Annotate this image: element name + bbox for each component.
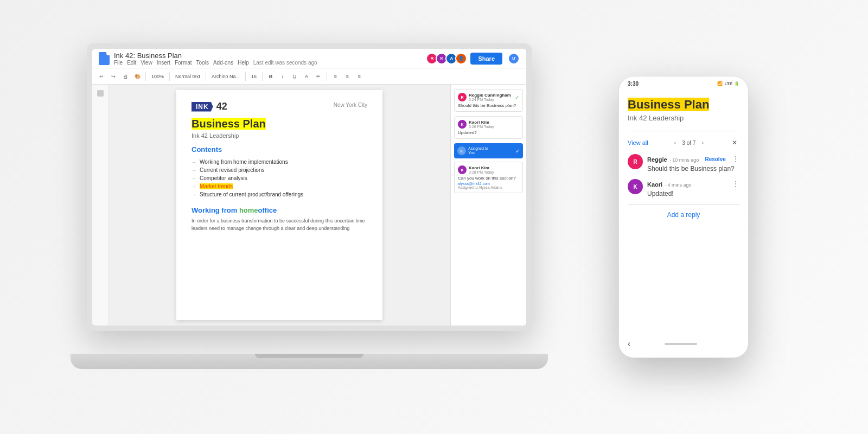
phone-comment-2-header: Kaori · 4 mins ago ⋮ — [647, 179, 739, 189]
menu-addons[interactable]: Add-ons — [213, 60, 233, 66]
comment-2-author-info: Kaori Kim 3:26 PM Today — [469, 120, 494, 129]
docs-toolbar: ↩ ↪ 🖨 🎨 100% Normal text Archino Na... 1… — [92, 68, 526, 85]
phone-comment-2-text: Updated! — [647, 190, 739, 197]
text-color-button[interactable]: A — [302, 72, 311, 81]
comment-1-header: R Reggie Cunningham 3:24 PM Today ✓ — [458, 93, 519, 101]
docs-title-area: Ink 42: Business Plan File Edit View Ins… — [114, 52, 424, 66]
docs-body: INK 42 New York City Business Plan Ink 4… — [92, 85, 526, 326]
phone-doc-title: Business Plan — [628, 98, 739, 112]
comment-3-assigned: Assigned to Alyssa Adams — [458, 186, 519, 189]
docs-logo-icon — [99, 52, 110, 65]
task-card: K Assigned to You ✓ — [454, 143, 523, 158]
list-item-4: Market trends — [192, 182, 367, 190]
laptop-screen-frame: Ink 42: Business Plan File Edit View Ins… — [87, 43, 532, 331]
task-assignee: You — [468, 150, 488, 155]
list-item-1: Working from home implementations — [192, 158, 367, 166]
menu-view[interactable]: View — [141, 60, 152, 66]
phone-reply-area[interactable]: Add a reply — [628, 204, 739, 225]
menu-help[interactable]: Help — [238, 60, 249, 66]
laptop-base — [71, 354, 548, 369]
phone-comment-2-author-time: Kaori · 4 mins ago — [647, 179, 692, 189]
phone-comment-1-body: Reggie · 10 mins ago Resolve ⋮ Should th… — [647, 154, 739, 173]
menu-file[interactable]: File — [114, 60, 123, 66]
view-all-link[interactable]: View all — [628, 139, 648, 146]
toolbar-sep-5 — [262, 72, 263, 81]
toolbar-sep-2 — [169, 72, 170, 81]
thread-counter: 3 of 7 — [682, 140, 695, 146]
font-select[interactable]: Archino Na... — [209, 74, 242, 79]
menu-insert[interactable]: Insert — [157, 60, 170, 66]
comment-1-check-icon: ✓ — [515, 94, 519, 100]
menu-format[interactable]: Format — [175, 60, 192, 66]
phone-comment-1-text: Should this be Business plan? — [647, 165, 739, 173]
style-select[interactable]: Normal text — [173, 74, 202, 79]
underline-button[interactable]: U — [290, 72, 299, 81]
task-assigned-label: Assigned to — [468, 146, 488, 150]
paint-button[interactable]: 🎨 — [132, 72, 142, 81]
phone-comment-2-more-icon[interactable]: ⋮ — [732, 180, 739, 188]
add-reply-link[interactable]: Add a reply — [667, 211, 700, 219]
font-size-select[interactable]: 16 — [249, 74, 259, 79]
docs-menu[interactable]: File Edit View Insert Format Tools Add-o… — [114, 60, 424, 66]
phone-back-button[interactable]: ‹ — [628, 339, 630, 349]
highlight-button[interactable]: ✏ — [314, 72, 323, 81]
thread-next-button[interactable]: › — [698, 138, 707, 148]
toolbar-sep-1 — [145, 72, 146, 81]
sidebar-outline-icon — [97, 90, 104, 97]
bold-button[interactable]: B — [266, 72, 276, 81]
contents-list: Working from home implementations Curren… — [192, 158, 367, 199]
align-right-button[interactable]: ≡ — [354, 72, 364, 81]
collaborator-avatars: R K A 👤 — [428, 53, 467, 65]
docs-header-right: R K A 👤 Share U — [428, 53, 520, 65]
align-left-button[interactable]: ≡ — [330, 72, 340, 81]
toolbar-sep-6 — [327, 72, 327, 81]
comment-3-text: Can you work on this section? — [458, 176, 519, 181]
italic-button[interactable]: I — [278, 72, 288, 81]
align-center-button[interactable]: ≡ — [342, 72, 352, 81]
doc-title-wrapper: Business Plan — [192, 118, 367, 130]
docs-header: Ink 42: Business Plan File Edit View Ins… — [92, 49, 526, 68]
user-avatar: U — [508, 53, 520, 65]
redo-button[interactable]: ↪ — [108, 72, 118, 81]
print-button[interactable]: 🖨 — [120, 72, 130, 81]
menu-edit[interactable]: Edit — [127, 60, 136, 66]
docs-page-area[interactable]: INK 42 New York City Business Plan Ink 4… — [108, 85, 450, 326]
phone-comment-1-more-icon[interactable]: ⋮ — [732, 155, 739, 163]
undo-button[interactable]: ↩ — [97, 72, 106, 81]
laptop-screen: Ink 42: Business Plan File Edit View Ins… — [92, 49, 526, 326]
thread-prev-button[interactable]: ‹ — [670, 138, 680, 148]
thread-close-button[interactable]: ✕ — [730, 138, 739, 148]
comment-3-header: K Kaori Kim 3:28 PM Today — [458, 165, 519, 174]
task-check-icon: ✓ — [515, 148, 520, 154]
phone-resolve-button[interactable]: Resolve — [705, 156, 725, 162]
comment-1-text: Should this be Business plan? — [458, 103, 519, 108]
section2-title: Working from homeoffice — [192, 206, 367, 214]
avatar-4: 👤 — [455, 53, 467, 65]
last-edit-label: Last edit was seconds ago — [253, 60, 317, 66]
phone-thread-header: View all ‹ 3 of 7 › ✕ — [628, 138, 739, 148]
list-item-2: Current revised projections — [192, 166, 367, 174]
thread-nav: ‹ 3 of 7 › — [670, 138, 707, 148]
comment-2-name: Kaori Kim — [469, 120, 494, 125]
phone-comment-2-time: · 4 mins ago — [665, 182, 692, 188]
comment-3-avatar: K — [458, 165, 467, 174]
docs-filename: Ink 42: Business Plan — [114, 52, 424, 60]
battery-icon: 🔋 — [734, 81, 739, 86]
doc-paragraph: In order for a business transformation t… — [192, 218, 367, 232]
phone-title-highlighted: Business Plan — [628, 98, 709, 111]
wifi-icon: 📶 — [717, 81, 723, 86]
comment-card-1: R Reggie Cunningham 3:24 PM Today ✓ Shou… — [454, 89, 523, 112]
signal-icon: LTE — [724, 81, 732, 86]
comment-2-time: 3:26 PM Today — [469, 125, 494, 129]
phone-comment-1-author-time: Reggie · 10 mins ago — [647, 154, 699, 164]
contents-heading: Contents — [192, 145, 367, 154]
phone-avatar-2: K — [628, 179, 643, 194]
comment-1-time: 3:24 PM Today — [469, 98, 511, 101]
zoom-select[interactable]: 100% — [149, 74, 166, 79]
phone-comment-2-author: Kaori — [647, 181, 662, 188]
list-item-5: Structure of current product/brand offer… — [192, 190, 367, 199]
share-button[interactable]: Share — [470, 53, 502, 65]
home-text: home — [239, 206, 258, 214]
menu-tools[interactable]: Tools — [196, 60, 209, 66]
comment-1-author-info: Reggie Cunningham 3:24 PM Today — [469, 93, 511, 101]
